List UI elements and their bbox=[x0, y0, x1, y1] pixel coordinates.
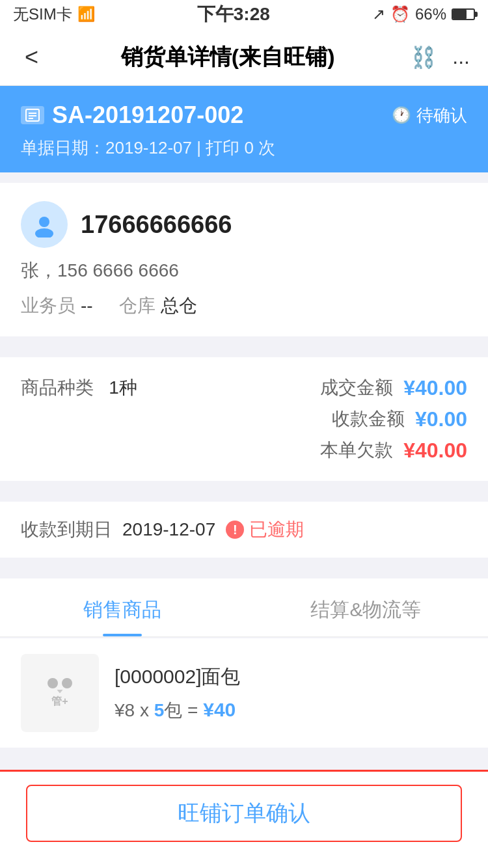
customer-name: 张，156 6666 6666 bbox=[21, 258, 467, 283]
type-label-text: 商品种类 bbox=[21, 377, 94, 398]
sales-label: 业务员 bbox=[21, 293, 75, 318]
order-status: 🕐 待确认 bbox=[392, 104, 467, 127]
deal-amount-value: ¥40.00 bbox=[403, 376, 467, 400]
warehouse-meta: 仓库 总仓 bbox=[119, 293, 197, 318]
battery-icon bbox=[452, 8, 475, 20]
customer-phone: 17666666666 bbox=[81, 211, 232, 239]
separator-2 bbox=[0, 481, 488, 491]
status-left: 无SIM卡 📶 bbox=[13, 4, 95, 25]
product-image: 管+ bbox=[21, 654, 99, 732]
nav-bar: < 销货单详情(来自旺铺) ⛓️ ... bbox=[0, 29, 488, 86]
type-value: 1种 bbox=[109, 377, 137, 398]
owed-amount-label: 本单欠款 bbox=[320, 438, 393, 463]
svg-point-4 bbox=[39, 217, 49, 227]
tab-settlement[interactable]: 结算&物流等 bbox=[244, 578, 488, 636]
customer-card: 17666666666 张，156 6666 6666 业务员 -- 仓库 总仓 bbox=[0, 183, 488, 336]
order-banner-top: SA-20191207-002 🕐 待确认 bbox=[21, 102, 467, 129]
sales-meta: 业务员 -- bbox=[21, 293, 93, 318]
product-info: [0000002]面包 ¥8 x 5包 = ¥40 bbox=[115, 664, 467, 723]
separator-3 bbox=[0, 558, 488, 568]
owed-amount-row: 本单欠款 ¥40.00 bbox=[320, 438, 467, 463]
received-amount-value: ¥0.00 bbox=[415, 407, 467, 431]
product-price: ¥8 x 5包 = ¥40 bbox=[115, 698, 467, 723]
overdue-badge: ! 已逾期 bbox=[226, 517, 304, 542]
wifi-icon: 📶 bbox=[77, 6, 95, 23]
product-name: [0000002]面包 bbox=[115, 664, 467, 690]
summary-right: 成交金额 ¥40.00 收款金额 ¥0.00 本单欠款 ¥40.00 bbox=[320, 375, 467, 463]
order-meta: 单据日期：2019-12-07 | 打印 0 次 bbox=[21, 137, 467, 159]
due-date-value: 2019-12-07 bbox=[122, 519, 215, 540]
tab-sales-goods-label: 销售商品 bbox=[83, 599, 161, 620]
status-text: 待确认 bbox=[416, 104, 467, 127]
product-image-inner: 管+ bbox=[21, 654, 99, 732]
summary-card: 商品种类 1种 成交金额 ¥40.00 收款金额 ¥0.00 本单欠款 ¥40.… bbox=[0, 357, 488, 481]
svg-point-5 bbox=[35, 228, 53, 237]
owl-text: 管+ bbox=[51, 695, 68, 709]
owl-eye-right bbox=[62, 678, 72, 688]
deal-amount-row: 成交金额 ¥40.00 bbox=[320, 375, 467, 400]
navigation-icon: ↗ bbox=[372, 5, 385, 23]
summary-left: 商品种类 1种 bbox=[21, 375, 137, 400]
back-button[interactable]: < bbox=[18, 37, 45, 77]
warehouse-label: 仓库 bbox=[119, 293, 156, 318]
more-icon[interactable]: ... bbox=[452, 45, 470, 69]
status-time: 下午3:28 bbox=[197, 2, 270, 27]
product-code: [0000002] bbox=[115, 666, 201, 687]
brand-logo: 管+ bbox=[47, 678, 72, 709]
page-title: 销货单详情(来自旺铺) bbox=[121, 42, 335, 72]
order-id: SA-20191207-002 bbox=[21, 102, 243, 129]
order-number: SA-20191207-002 bbox=[52, 102, 243, 129]
price-unit: 包 bbox=[164, 700, 182, 720]
sales-value: -- bbox=[81, 295, 93, 316]
owl-eyes bbox=[47, 678, 72, 688]
customer-top: 17666666666 bbox=[21, 201, 467, 248]
customer-avatar bbox=[21, 201, 68, 248]
warehouse-value: 总仓 bbox=[161, 293, 197, 318]
separator-1 bbox=[0, 336, 488, 347]
owed-amount-value: ¥40.00 bbox=[403, 439, 467, 463]
price-equals: = bbox=[182, 700, 203, 720]
owl-eye-left bbox=[47, 678, 58, 688]
order-banner: SA-20191207-002 🕐 待确认 单据日期：2019-12-07 | … bbox=[0, 86, 488, 172]
battery-fill bbox=[453, 10, 467, 19]
share-icon[interactable]: ⛓️ bbox=[411, 45, 437, 70]
overdue-dot-icon: ! bbox=[226, 521, 244, 539]
order-doc-icon bbox=[21, 106, 44, 124]
status-bar: 无SIM卡 📶 下午3:28 ↗ ⏰ 66% bbox=[0, 0, 488, 29]
type-label: 商品种类 1种 bbox=[21, 375, 137, 400]
tab-settlement-label: 结算&物流等 bbox=[310, 599, 421, 620]
nav-actions: ⛓️ ... bbox=[411, 45, 470, 70]
tab-bar: 销售商品 结算&物流等 bbox=[0, 578, 488, 637]
deal-amount-label: 成交金额 bbox=[320, 375, 393, 400]
product-title: 面包 bbox=[201, 666, 240, 687]
battery-percent: 66% bbox=[415, 5, 446, 23]
due-date-card: 收款到期日 2019-12-07 ! 已逾期 bbox=[0, 502, 488, 558]
owl-beak bbox=[57, 690, 63, 694]
status-right: ↗ ⏰ 66% bbox=[372, 5, 475, 23]
received-amount-label: 收款金额 bbox=[332, 407, 405, 431]
product-card: 管+ [0000002]面包 ¥8 x 5包 = ¥40 bbox=[0, 638, 488, 748]
bottom-bar: 旺铺订单确认 bbox=[0, 770, 488, 868]
price-total: ¥40 bbox=[203, 699, 236, 720]
received-amount-row: 收款金额 ¥0.00 bbox=[332, 407, 467, 431]
due-label: 收款到期日 bbox=[21, 517, 112, 542]
carrier-label: 无SIM卡 bbox=[13, 4, 72, 25]
price-base: ¥8 x bbox=[115, 700, 154, 720]
clock-icon: 🕐 bbox=[392, 106, 411, 124]
tab-sales-goods[interactable]: 销售商品 bbox=[0, 578, 244, 636]
alarm-icon: ⏰ bbox=[390, 5, 410, 23]
confirm-order-button[interactable]: 旺铺订单确认 bbox=[26, 785, 462, 842]
customer-meta: 业务员 -- 仓库 总仓 bbox=[21, 293, 467, 318]
price-qty: 5 bbox=[154, 700, 165, 720]
overdue-text: 已逾期 bbox=[249, 517, 304, 542]
